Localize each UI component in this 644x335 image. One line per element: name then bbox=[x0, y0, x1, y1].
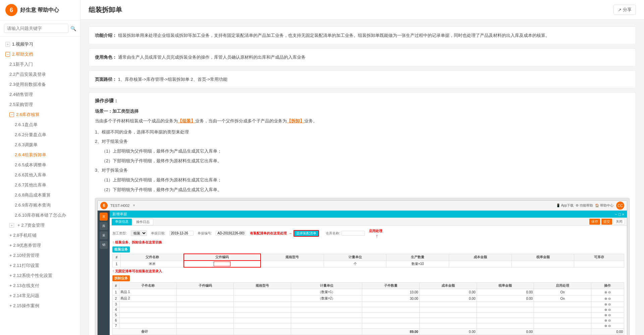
mock-body: 首 库 采 销 新增单据 − bbox=[98, 211, 627, 335]
collapse-icon: − bbox=[5, 52, 10, 57]
sidebar-item-coupon[interactable]: + 2.9优惠券管理 bbox=[0, 240, 80, 250]
sidebar-item-faq[interactable]: + 2.14常见问题 bbox=[0, 291, 80, 301]
intro-block: 功能介绍： 组装拆卸单用来处理企业组装或拆卸等加工业务，支持有固定装配清单的产品… bbox=[89, 26, 636, 44]
sidebar-item-customize[interactable]: + 2.12系统个性化设置 bbox=[0, 271, 80, 281]
expand-icon: + bbox=[5, 42, 10, 47]
sidebar-item-install[interactable]: 2.2产品安装及登录 bbox=[0, 69, 80, 79]
mock-save-btn[interactable]: 保存 bbox=[589, 219, 600, 225]
sidebar-item-assembly[interactable]: 2.6.4组装拆卸单 bbox=[0, 150, 80, 160]
sidebar-item-stock-book-error[interactable]: 2.6.10库存账本错了怎么办 bbox=[0, 210, 80, 220]
mock-table-row-bot-2: 2 商品 2 （数量×2） 30.00 0.00 0.00 bbox=[113, 295, 624, 302]
sidebar-item-online-pay[interactable]: + 2.13在线支付 bbox=[0, 281, 80, 291]
mock-table-row: 1 米米 个 数量×10 bbox=[113, 261, 624, 267]
page-title: 组装拆卸单 bbox=[89, 5, 122, 14]
nav-tree: + 1.视频学习 − 2.帮助文档 2.1新手入门 2.2产品安装及登录 2.3… bbox=[0, 37, 80, 314]
sidebar-item-finance[interactable]: + + 2.7资金管理 bbox=[0, 220, 80, 230]
mock-code-input[interactable] bbox=[214, 262, 230, 266]
mock-bottom-table: # 子件名称 子件编码 规格型号 计量单位 子件数量 成本金额 bbox=[112, 282, 624, 335]
assembly-step1: （1）上部明细为父件明细，最终作为产成品生成其它入库单； bbox=[95, 147, 630, 156]
sidebar-item-cases[interactable]: + 2.15操作案例 bbox=[0, 301, 80, 311]
mock-process-type-select[interactable]: 组装 拆卸 bbox=[131, 230, 147, 236]
annotation3-text: 启用处理 bbox=[369, 229, 382, 233]
sidebar-item-video[interactable]: + 1.视频学习 bbox=[0, 39, 80, 49]
mock-avatar: CC bbox=[616, 202, 624, 210]
sidebar-item-operations[interactable]: + 2.10经营管理 bbox=[0, 250, 80, 261]
mock-submit-btn[interactable]: 提交 bbox=[601, 219, 612, 225]
share-button[interactable]: ↗ 分享 bbox=[613, 5, 636, 15]
main-content: 组装拆卸单 ↗ 分享 功能介绍： 组装拆卸单用来处理企业组装或拆卸等加工业务，支… bbox=[80, 0, 644, 335]
sidebar-item-transfer[interactable]: 2.6.3调拨单 bbox=[0, 140, 80, 150]
mock-tab-info[interactable]: 单据信息 bbox=[112, 219, 132, 225]
mock-top-table: # 父件名称 父件编码 规格型号 计量单位 生产数量 成本金额 bbox=[112, 254, 624, 268]
mock-left-nav: 首 库 采 销 bbox=[98, 211, 110, 335]
sidebar-item-newbie[interactable]: 2.1新手入门 bbox=[0, 59, 80, 69]
sidebar-item-print[interactable]: + 2.11打印设置 bbox=[0, 261, 80, 271]
sidebar-item-stock-book[interactable]: 2.6.9库存账本查询 bbox=[0, 200, 80, 210]
sidebar-item-data-prep[interactable]: 2.3使用前数据准备 bbox=[0, 79, 80, 90]
role-label: 使用角色： bbox=[95, 55, 117, 60]
sidebar-item-cost-recalc[interactable]: 2.6.8商品成本重算 bbox=[0, 190, 80, 200]
search-input[interactable] bbox=[4, 24, 68, 33]
steps-content: 场景一：加工类型选择 当由多个子件材料组装成一个成品的业务为【组装】业务，当由一… bbox=[95, 107, 630, 194]
path-label: 页面路径： bbox=[95, 77, 117, 82]
sidebar-item-sales[interactable]: 2.4销售管理 bbox=[0, 90, 80, 100]
mock-doc-no-input[interactable] bbox=[216, 231, 246, 236]
sidebar-header: 6 好生意 帮助中心 bbox=[0, 0, 80, 20]
mock-window-title: 新增单据 − □ × bbox=[110, 211, 627, 218]
mock-tab-log[interactable]: 操作日志 bbox=[132, 219, 153, 225]
mock-form-area: 加工类型: 组装 拆卸 单据日期: 单据编号: bbox=[110, 226, 627, 335]
sidebar-item-other-out[interactable]: 2.6.7其他出库单 bbox=[0, 180, 80, 190]
mock-topbar-id: TEST-H002 bbox=[110, 204, 129, 208]
mock-main-area: 新增单据 − □ × 单据信息 bbox=[110, 211, 627, 335]
mock-table-row-bot-1: 1 商品 1 （数量×1） 10.00 0.00 0.00 bbox=[113, 289, 624, 295]
role-block: 使用角色： 通常由生产人员或库管人员完成拆装业务的操作，库管人员确认原材料的出库… bbox=[89, 48, 636, 66]
search-box: 🔍 bbox=[0, 20, 80, 37]
mock-table-row-bot-3: 3 bbox=[113, 302, 624, 307]
screenshot-wrapper: 6 TEST-H002 ▼ 📱 App下载 ⚙ 功能帮助 🏠 帮助中心 CC bbox=[95, 198, 630, 335]
sidebar-item-cost-adj[interactable]: 2.6.5成本调整单 bbox=[0, 160, 80, 170]
mock-table-total-row: 合计 89.00 0.00 0.00 bbox=[113, 329, 624, 335]
scene1-desc: 当由多个子件材料组装成一个成品的业务为【组装】业务，当由一个父件拆分成多个子产品… bbox=[95, 117, 630, 125]
share-icon: ↗ bbox=[618, 7, 622, 12]
mock-close-btn[interactable]: 关闭 bbox=[613, 219, 625, 225]
mock-table-row-bot-4: 4 bbox=[113, 307, 624, 313]
mock-bot-section-label: 拆卸业务 bbox=[112, 275, 130, 281]
sidebar-item-stocktake[interactable]: 2.6.1盘点单 bbox=[0, 120, 80, 130]
search-button[interactable]: 🔍 bbox=[70, 26, 76, 31]
mock-form-row1: 加工类型: 组装 拆卸 单据日期: 单据编号: bbox=[112, 228, 624, 239]
sidebar-item-mobile[interactable]: + 2.8手机旺铺 bbox=[0, 230, 80, 240]
steps-section: 操作步骤： 场景一：加工类型选择 当由多个子件材料组装成一个成品的业务为【组装】… bbox=[89, 92, 636, 335]
sidebar-item-other-in[interactable]: 2.6.6其他入库单 bbox=[0, 170, 80, 180]
mock-window: 6 TEST-H002 ▼ 📱 App下载 ⚙ 功能帮助 🏠 帮助中心 CC bbox=[97, 200, 627, 335]
mock-table-row-bot-7: 7 bbox=[113, 323, 624, 329]
path-block: 页面路径： 1、库存核算->库存管理->组装拆卸单 2、首页->常用功能 bbox=[89, 70, 636, 88]
sidebar-item-purchase[interactable]: 2.5采购管理 bbox=[0, 100, 80, 110]
scene1-title: 场景一：加工类型选择 bbox=[95, 107, 630, 116]
disassembly-step2: （2）下部明细为子件明细，最终作为产成品生成其它入库单。 bbox=[95, 186, 630, 194]
assembly-step2: （2）下部明细为子件明细，最终作为原材料生成其它出库单。 bbox=[95, 157, 630, 165]
mock-table-row-bot-5: 5 bbox=[113, 313, 624, 318]
mock-date-input[interactable] bbox=[169, 231, 194, 236]
logo-icon: 6 bbox=[5, 4, 17, 16]
mock-select-bom-btn[interactable]: 选择装配清单 bbox=[293, 230, 319, 237]
mock-outer: 6 TEST-H002 ▼ 📱 App下载 ⚙ 功能帮助 🏠 帮助中心 CC bbox=[95, 198, 629, 335]
main-header: 组装拆卸单 ↗ 分享 bbox=[80, 0, 644, 20]
step2: 2、对于组装业务 bbox=[95, 137, 630, 146]
mock-tabs: 单据信息 操作日志 保存 提交 关闭 bbox=[110, 218, 627, 226]
collapse-icon-inventory: − bbox=[9, 112, 14, 117]
sidebar-item-inventory[interactable]: − 2.6库存核算 bbox=[0, 110, 80, 120]
path-text: 1、库存核算->库存管理->组装拆卸单 2、首页->常用功能 bbox=[118, 77, 228, 82]
mock-warehouse-input[interactable] bbox=[341, 231, 365, 236]
sidebar: 6 好生意 帮助中心 🔍 + 1.视频学习 − 2.帮助文档 2.1新手入门 2… bbox=[0, 0, 80, 335]
role-text: 通常由生产人员或库管人员完成拆装业务的操作，库管人员确认原材料的出库和产成品的入… bbox=[118, 55, 306, 60]
disassembly-step1: （1）上部明细为父件明细，最终作为原材料生成其它出库单； bbox=[95, 176, 630, 184]
sidebar-item-partial-stocktake[interactable]: 2.6.2分量盘点单 bbox=[0, 130, 80, 140]
intro-text: 组装拆卸单用来处理企业组装或拆卸等加工业务，支持有固定装配清单的产品加工业务，也… bbox=[118, 33, 550, 38]
steps-title: 操作步骤： bbox=[95, 98, 630, 104]
content-area: 功能介绍： 组装拆卸单用来处理企业组装或拆卸等加工业务，支持有固定装配清单的产品… bbox=[80, 20, 644, 335]
mock-table-row-bot-6: 6 bbox=[113, 318, 624, 323]
sidebar-item-help[interactable]: − 2.帮助文档 bbox=[0, 49, 80, 59]
annotation4-text: ↑ 无固定清单可在组装在这里录入 bbox=[112, 269, 624, 274]
expand-finance: + bbox=[9, 223, 14, 228]
intro-label: 功能介绍： bbox=[95, 33, 117, 38]
